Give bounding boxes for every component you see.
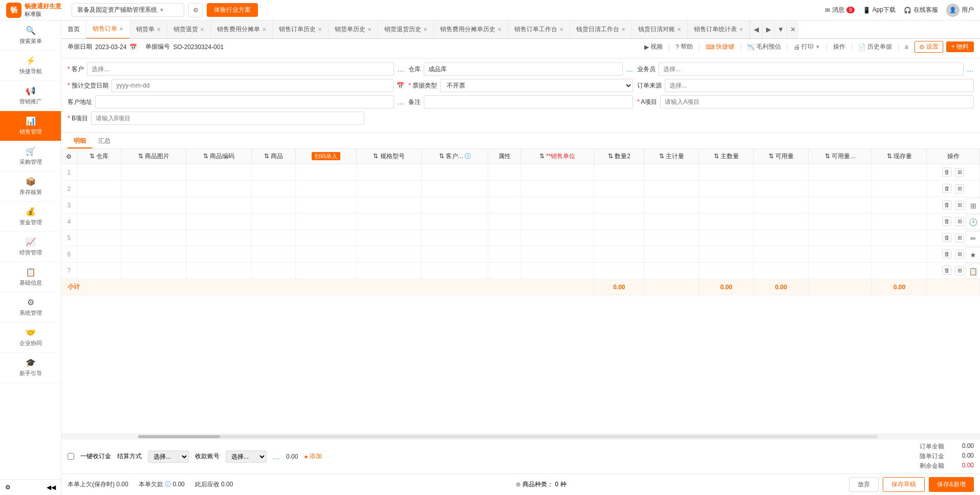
industry-solution-button[interactable]: 体验行业方案: [207, 3, 258, 17]
copy-row-button[interactable]: ⊞: [955, 168, 964, 177]
account-select[interactable]: 选择...: [226, 450, 267, 463]
cell-product-code[interactable]: [186, 263, 252, 279]
copy-row-button[interactable]: ⊞: [955, 233, 964, 243]
cell-qty2[interactable]: [594, 181, 644, 197]
close-tab-icon[interactable]: ✕: [497, 27, 502, 32]
tab-order-history[interactable]: 销售订单历史 ✕: [273, 20, 329, 39]
delete-row-button[interactable]: 🗑: [942, 184, 951, 193]
cell-available2[interactable]: [809, 197, 872, 213]
float-star-button[interactable]: ★: [966, 247, 980, 263]
col-customer-code[interactable]: ⇅ 客户... ⓘ: [422, 149, 488, 164]
cell-sales-unit[interactable]: [520, 164, 594, 181]
cell-available[interactable]: [754, 230, 809, 246]
cell-stock[interactable]: [872, 263, 927, 279]
cell-product-code[interactable]: [186, 181, 252, 197]
order-source-input[interactable]: [665, 79, 974, 92]
close-tab-icon[interactable]: ✕: [423, 27, 427, 32]
profit-estimate-button[interactable]: 📉 毛利预估: [744, 41, 784, 52]
close-tab-icon[interactable]: ✕: [677, 27, 681, 32]
cell-warehouse[interactable]: [77, 230, 121, 246]
customer-input[interactable]: [87, 62, 394, 76]
tab-daily-workspace[interactable]: 钱货日清工作台 ✕: [570, 20, 632, 39]
cell-action[interactable]: 🗑 ⊞: [927, 164, 980, 181]
tab-detail[interactable]: 明细: [68, 135, 92, 148]
address-input[interactable]: [95, 95, 394, 109]
delete-row-button[interactable]: 🗑: [942, 200, 951, 209]
cell-customer-code[interactable]: [422, 263, 488, 279]
invoice-select[interactable]: 不开票: [440, 79, 633, 92]
add-material-button[interactable]: + 物料: [946, 41, 974, 52]
sidebar-item-search[interactable]: 🔍 搜索菜单: [0, 20, 61, 51]
cell-action[interactable]: 🗑 ⊞: [927, 181, 980, 197]
cell-product[interactable]: [252, 230, 296, 246]
col-attrs[interactable]: 属性: [488, 149, 520, 164]
add-payment-button[interactable]: ● 添加: [304, 452, 321, 461]
sidebar-item-marketing[interactable]: 📢 营销推广: [0, 81, 61, 111]
col-quantity2[interactable]: ⇅ 数量2: [594, 149, 644, 164]
cell-main-qty[interactable]: [699, 230, 754, 246]
view-video-button[interactable]: ▶ 视频: [641, 41, 666, 52]
cell-customer-code[interactable]: [422, 213, 488, 230]
cell-main-unit[interactable]: [644, 213, 699, 230]
cell-product-code[interactable]: [186, 246, 252, 263]
cell-product[interactable]: [252, 246, 296, 263]
tab-daily-reconcile[interactable]: 钱货日清对账 ✕: [632, 20, 688, 39]
staff-input[interactable]: [659, 62, 964, 76]
cell-stock[interactable]: [872, 197, 927, 213]
cell-qty2[interactable]: [594, 263, 644, 279]
col-sales-unit[interactable]: ⇅ **销售单位: [520, 149, 594, 164]
cell-main-qty[interactable]: [699, 181, 754, 197]
cell-spec[interactable]: [356, 197, 422, 213]
sidebar-item-shortcuts[interactable]: ⚡ 快捷导航: [0, 51, 61, 81]
float-history-button[interactable]: 🕐: [966, 214, 980, 230]
tab-return-history[interactable]: 销货退货历史 ✕: [378, 20, 434, 39]
b-project-input[interactable]: [91, 112, 364, 125]
cell-warehouse[interactable]: [77, 181, 121, 197]
settings-button[interactable]: ⚙ 设置: [914, 41, 943, 53]
cell-attrs[interactable]: [488, 181, 520, 197]
cell-stock[interactable]: [872, 230, 927, 246]
sidebar-item-system[interactable]: ⚙ 系统管理: [0, 292, 61, 322]
cell-available[interactable]: [754, 197, 809, 213]
cell-spec[interactable]: [356, 263, 422, 279]
close-tab-icon[interactable]: ✕: [262, 27, 266, 32]
col-stock[interactable]: ⇅ 现存量: [872, 149, 927, 164]
tab-home[interactable]: 首页: [61, 20, 86, 39]
delete-row-button[interactable]: 🗑: [942, 249, 951, 259]
app-download-button[interactable]: 📱 App下载: [863, 6, 896, 14]
cell-product-image[interactable]: [121, 246, 186, 263]
operate-button[interactable]: 操作: [830, 41, 848, 52]
history-button[interactable]: 📄 历史单据: [855, 41, 895, 52]
tab-close-all-button[interactable]: ✕: [787, 20, 799, 39]
cell-warehouse[interactable]: [77, 197, 121, 213]
table-wrapper[interactable]: ⚙ ⇅ 仓库 ⇅ 商品图片 ⇅ 商品编码: [61, 149, 980, 434]
cell-main-qty[interactable]: [699, 263, 754, 279]
sidebar-item-inventory[interactable]: 📦 库存核算: [0, 171, 61, 202]
user-menu-button[interactable]: 👤 用户: [946, 4, 974, 17]
close-tab-icon[interactable]: ✕: [318, 27, 322, 32]
message-button[interactable]: ✉ 消息 9: [825, 6, 855, 14]
tab-sales-expense[interactable]: 销售费用分摊单 ✕: [211, 20, 273, 39]
delete-row-button[interactable]: 🗑: [942, 233, 951, 242]
cell-qty2[interactable]: [594, 246, 644, 263]
sidebar-item-operations[interactable]: 📈 经营管理: [0, 232, 61, 262]
calendar-icon[interactable]: 📅: [129, 44, 137, 51]
col-product-image[interactable]: ⇅ 商品图片: [121, 149, 186, 164]
tab-order-stats[interactable]: 销售订单统计表 ✕: [688, 20, 750, 39]
cell-available[interactable]: [754, 213, 809, 230]
cell-product[interactable]: [252, 164, 296, 181]
cell-available2[interactable]: [809, 213, 872, 230]
cell-product[interactable]: [252, 263, 296, 279]
col-available[interactable]: ⇅ 可用量: [754, 149, 809, 164]
col-scan[interactable]: 扫码录入: [296, 149, 356, 164]
cell-sales-unit[interactable]: [520, 213, 594, 230]
cell-main-unit[interactable]: [644, 263, 699, 279]
col-product[interactable]: ⇅ 商品: [252, 149, 296, 164]
cell-product-image[interactable]: [121, 263, 186, 279]
warehouse-more-icon[interactable]: …: [626, 65, 633, 73]
cell-main-unit[interactable]: [644, 181, 699, 197]
horizontal-scrollbar[interactable]: [138, 435, 878, 438]
cell-scan[interactable]: [296, 263, 356, 279]
col-main-qty[interactable]: ⇅ 主数量: [699, 149, 754, 164]
cell-product-image[interactable]: [121, 213, 186, 230]
